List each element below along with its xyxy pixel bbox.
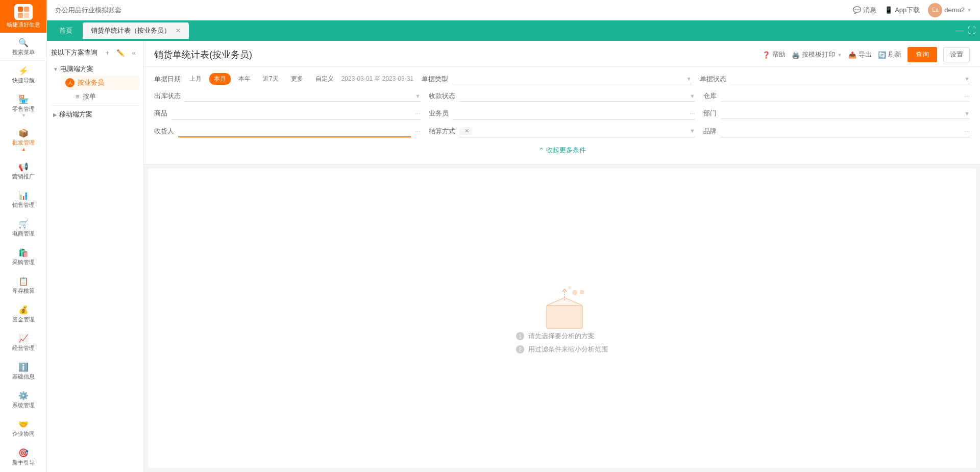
order-type-select[interactable]: ▼ bbox=[452, 74, 692, 84]
warehouse-dots-icon[interactable]: ··· bbox=[964, 92, 970, 100]
print-label: 按模板打印 bbox=[802, 50, 835, 59]
consignee-dots-icon[interactable]: ··· bbox=[415, 127, 421, 135]
sidebar-item-enterprise[interactable]: 🤝 企业协同 bbox=[0, 414, 46, 443]
order-status-select[interactable]: ▼ bbox=[730, 74, 970, 84]
collapse-panel-button[interactable]: « bbox=[128, 47, 139, 58]
tab-minimize-icon[interactable]: — bbox=[955, 26, 964, 35]
salesperson-select[interactable]: ··· bbox=[453, 107, 695, 120]
salesperson-dots-icon[interactable]: ··· bbox=[690, 109, 695, 117]
settlement-select[interactable]: ✕ ▼ bbox=[459, 125, 695, 137]
tree-item-order-label: 按单 bbox=[83, 92, 96, 101]
user-profile[interactable]: Ea demo2 ▼ bbox=[928, 3, 972, 17]
brand-select[interactable]: ··· bbox=[721, 125, 970, 137]
sidebar-search-item[interactable]: 🔍 搜索菜单 bbox=[0, 33, 46, 61]
tab-maximize-icon[interactable]: ⛶ bbox=[968, 26, 976, 35]
consignee-label: 收货人 bbox=[154, 127, 174, 136]
tab-home[interactable]: 首页 bbox=[51, 22, 81, 39]
avatar: Ea bbox=[928, 3, 942, 17]
sidebar-item-system[interactable]: ⚙️ 系统管理 bbox=[0, 386, 46, 414]
svg-rect-6 bbox=[579, 290, 584, 295]
department-select[interactable]: ▼ bbox=[721, 108, 970, 119]
sidebar-item-finance[interactable]: 💰 资金管理 bbox=[0, 300, 46, 328]
tree-header-pc[interactable]: ▼ 电脑端方案 bbox=[51, 62, 139, 76]
topbar: 办公用品行业模拟账套 💬 消息 📱 App下载 Ea demo2 ▼ bbox=[47, 0, 980, 20]
refresh-button[interactable]: 🔄 刷新 bbox=[878, 50, 901, 59]
chevron-down-icon: ▼ bbox=[21, 113, 26, 118]
tree-header-mobile[interactable]: ▶ 移动端方案 bbox=[51, 108, 139, 121]
receipt-status-select[interactable]: ▼ bbox=[459, 91, 695, 102]
settlement-tag-close-icon[interactable]: ✕ bbox=[464, 128, 469, 134]
consignee-input[interactable] bbox=[178, 125, 411, 137]
management-icon: 📈 bbox=[18, 334, 29, 343]
settlement-caret-icon: ▼ bbox=[690, 128, 695, 134]
purchase-icon: 🛍️ bbox=[18, 248, 29, 257]
sidebar-item-wholesale[interactable]: 📦 批发管理 ▲ bbox=[0, 123, 46, 157]
tab-close-icon[interactable]: ✕ bbox=[176, 27, 181, 34]
empty-state: 1 请先选择要分析的方案 2 用过滤条件来缩小分析范围 bbox=[516, 282, 608, 354]
goods-dots-icon[interactable]: ··· bbox=[415, 109, 421, 117]
sidebar-item-quicknav[interactable]: ⚡ 快捷导航 bbox=[0, 61, 46, 89]
help-button[interactable]: ❓ 帮助 bbox=[762, 50, 786, 59]
filter-order-status: 单据状态 ▼ bbox=[700, 74, 970, 84]
ecommerce-icon: 🛒 bbox=[18, 219, 29, 229]
sales-stats-tab-label: 销货单统计表（按业务员） bbox=[91, 26, 170, 35]
salesperson-item-icon: 人 bbox=[65, 78, 75, 87]
department-caret-icon: ▼ bbox=[964, 110, 970, 116]
tree-item-salesperson[interactable]: 人 按业务员 bbox=[61, 76, 139, 90]
print-button[interactable]: 🖨️ 按模板打印 ▼ bbox=[792, 50, 842, 59]
app-download-button[interactable]: 📱 App下载 bbox=[885, 6, 920, 15]
date-btn-more[interactable]: 更多 bbox=[286, 73, 308, 85]
settings-button[interactable]: 设置 bbox=[943, 47, 970, 62]
left-panel-title: 按以下方案查询 bbox=[51, 48, 97, 57]
collapse-conditions-button[interactable]: ⌃ 收起更多条件 bbox=[154, 143, 970, 158]
date-btn-this-year[interactable]: 本年 bbox=[234, 73, 255, 85]
export-button[interactable]: 📤 导出 bbox=[848, 50, 872, 59]
app-download-label: App下载 bbox=[895, 6, 920, 15]
sidebar-item-label: 基础信息 bbox=[12, 373, 35, 381]
data-area: 1 请先选择要分析的方案 2 用过滤条件来缩小分析范围 bbox=[148, 169, 976, 468]
date-filter-buttons: 上月 本月 本年 近7天 更多 自定义 2023-03-01 至 2023-03… bbox=[185, 73, 413, 85]
add-scheme-button[interactable]: ＋ bbox=[102, 47, 113, 58]
tree-section-pc: ▼ 电脑端方案 人 按业务员 ≡ 按单 bbox=[51, 62, 139, 103]
goods-label: 商品 bbox=[154, 109, 167, 118]
date-btn-custom[interactable]: 自定义 bbox=[311, 73, 338, 85]
date-btn-last-month[interactable]: 上月 bbox=[185, 73, 206, 85]
avatar-initials: Ea bbox=[928, 3, 942, 17]
tree-item-order[interactable]: ≡ 按单 bbox=[61, 90, 139, 103]
sidebar-item-label: 零售管理 bbox=[12, 105, 35, 113]
page-actions: ❓ 帮助 🖨️ 按模板打印 ▼ 📤 导出 🔄 刷新 bbox=[762, 47, 970, 62]
topbar-right: 💬 消息 📱 App下载 Ea demo2 ▼ bbox=[853, 3, 972, 17]
warehouse-select[interactable]: ··· bbox=[721, 90, 970, 102]
goods-select[interactable]: ··· bbox=[172, 107, 421, 120]
left-panel-header: 按以下方案查询 ＋ ✏️ « bbox=[51, 47, 139, 58]
tab-sales-stats[interactable]: 销货单统计表（按业务员） ✕ bbox=[83, 22, 189, 39]
sidebar-item-ecommerce[interactable]: 🛒 电商管理 bbox=[0, 214, 46, 243]
sidebar-item-sales[interactable]: 📊 销售管理 bbox=[0, 185, 46, 214]
edit-scheme-button[interactable]: ✏️ bbox=[115, 47, 126, 58]
sidebar-item-newbie[interactable]: 🎯 新手引导 bbox=[0, 443, 46, 471]
filter-row-2: 出库状态 ▼ 收款状态 ▼ 仓库 bbox=[154, 90, 970, 102]
sidebar-item-label: 新手引导 bbox=[12, 459, 35, 466]
logo[interactable]: 畅捷通好生意 bbox=[0, 0, 46, 33]
filter-row-1: 单据日期 上月 本月 本年 近7天 更多 自定义 2023-03-01 至 20… bbox=[154, 73, 970, 85]
brand-dots-icon[interactable]: ··· bbox=[964, 127, 970, 135]
sidebar-item-label: 经营管理 bbox=[12, 344, 35, 352]
query-button[interactable]: 查询 bbox=[908, 47, 937, 62]
message-button[interactable]: 💬 消息 bbox=[853, 6, 876, 15]
sidebar-item-inventory[interactable]: 📋 库存核算 bbox=[0, 271, 46, 300]
sidebar-item-management[interactable]: 📈 经营管理 bbox=[0, 328, 46, 357]
date-btn-7days[interactable]: 近7天 bbox=[258, 73, 283, 85]
filter-row-4: 收货人 ··· 结算方式 ✕ ▼ bbox=[154, 125, 970, 137]
sidebar-item-marketing[interactable]: 📢 营销推广 bbox=[0, 157, 46, 185]
order-type-caret-icon: ▼ bbox=[686, 76, 692, 82]
sidebar-item-retail[interactable]: 🏪 零售管理 ▼ bbox=[0, 89, 46, 123]
svg-point-5 bbox=[572, 290, 577, 295]
date-btn-this-month[interactable]: 本月 bbox=[209, 73, 231, 85]
sidebar-item-purchase[interactable]: 🛍️ 采购管理 bbox=[0, 243, 46, 271]
logo-icon bbox=[14, 4, 33, 20]
sidebar-item-basicinfo[interactable]: ℹ️ 基础信息 bbox=[0, 357, 46, 386]
warehouse-label: 仓库 bbox=[703, 91, 717, 101]
out-status-select[interactable]: ▼ bbox=[185, 91, 421, 102]
sidebar-item-label: 资金管理 bbox=[12, 316, 35, 323]
left-panel-actions: ＋ ✏️ « bbox=[102, 47, 139, 58]
